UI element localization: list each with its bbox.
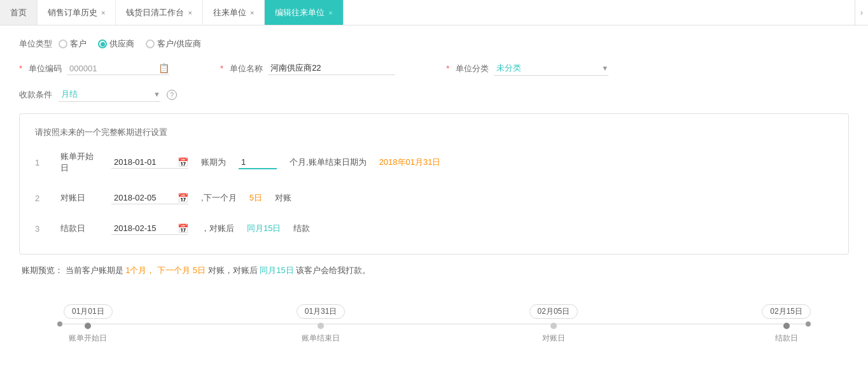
tl-dot-3 <box>550 323 557 329</box>
unit-info-row: * 单位编码 📋 * 单位名称 * 单位分类 未分类 ▼ <box>19 61 849 76</box>
reconcile-date-input-wrap: 📅 <box>111 192 188 204</box>
close-partner-icon[interactable]: × <box>250 9 254 17</box>
payment-select[interactable]: 月结 ▼ <box>59 87 160 102</box>
period-text-3a: ，对账后 <box>201 223 234 234</box>
period-label-2: 对账日 <box>60 192 99 204</box>
period-title: 请按照未来的一个完整帐期进行设置 <box>35 127 833 138</box>
close-edit-partner-icon[interactable]: × <box>328 9 332 17</box>
radio-customer-circle <box>59 39 67 48</box>
period-settings-box: 请按照未来的一个完整帐期进行设置 1 账单开始日 📅 账期为 个月,账单结束日期… <box>19 113 849 255</box>
preview-span2-pre: 下一个月 <box>157 265 190 275</box>
tl-badge-3: 02月05日 <box>529 304 578 319</box>
period-row-1: 1 账单开始日 📅 账期为 个月,账单结束日期为 2018年01月31日 <box>35 151 833 174</box>
unit-name-required: * <box>220 64 223 73</box>
chevron-down-icon: ▼ <box>601 64 608 72</box>
tl-dot-2 <box>318 323 324 329</box>
payment-date-input[interactable] <box>111 222 175 234</box>
unit-type-label: 单位类型 <box>19 38 52 50</box>
close-cash-work-icon[interactable]: × <box>188 9 192 17</box>
tab-cash-work[interactable]: 钱货日清工作台 × <box>116 0 202 25</box>
radio-both[interactable]: 客户/供应商 <box>146 38 201 50</box>
payment-day-highlight: 同月15日 <box>247 223 281 234</box>
period-num-1: 1 <box>35 158 48 167</box>
unit-category-required: * <box>446 64 449 73</box>
timeline-start-dot <box>57 321 62 327</box>
unit-name-group: * 单位名称 <box>220 62 395 75</box>
tl-badge-4: 02月15日 <box>762 304 811 319</box>
payment-label: 收款条件 <box>19 89 52 101</box>
main-content: 单位类型 客户 供应商 客户/供应商 * 单位编码 📋 <box>0 25 868 387</box>
tab-home[interactable]: 首页 <box>0 0 38 25</box>
reconcile-date-input[interactable] <box>111 192 175 204</box>
preview-text-end: 该客户会给我打款。 <box>296 265 370 275</box>
period-text-2: ,下一个月 <box>201 192 237 204</box>
unit-code-required: * <box>19 64 22 73</box>
tab-bar: 首页 销售订单历史 × 钱货日清工作台 × 往来单位 × 编辑往来单位 × › <box>0 0 868 25</box>
unit-name-label: 单位名称 <box>230 63 263 74</box>
payment-date-input-wrap: 📅 <box>111 222 188 235</box>
start-date-calendar-icon[interactable]: 📅 <box>178 157 188 167</box>
reconcile-day-highlight: 5日 <box>249 192 262 204</box>
period-num-3: 3 <box>35 224 48 234</box>
unit-name-input[interactable] <box>268 62 395 75</box>
payment-chevron-icon: ▼ <box>153 90 160 98</box>
period-months-input[interactable] <box>239 156 277 169</box>
tl-dot-1 <box>85 323 91 329</box>
start-date-input[interactable] <box>111 156 175 168</box>
help-icon[interactable]: ? <box>167 90 177 100</box>
payment-value: 月结 <box>59 87 151 101</box>
timeline-node-2: 01月31日 账单结束日 <box>297 304 346 344</box>
timeline-node-4: 02月15日 结款日 <box>762 304 811 344</box>
period-text-2b: 对账 <box>275 192 291 204</box>
tl-label-3: 对账日 <box>542 333 565 344</box>
period-end-date: 2018年01月31日 <box>379 157 441 168</box>
preview-span3: 同月15日 <box>260 265 293 275</box>
start-date-input-wrap: 📅 <box>111 156 188 169</box>
timeline-node-3: 02月05日 对账日 <box>529 304 578 344</box>
timeline-line: 01月01日 账单开始日 01月31日 账单结束日 02月05日 对账日 02月… <box>57 304 811 344</box>
timeline: 01月01日 账单开始日 01月31日 账单结束日 02月05日 对账日 02月… <box>19 292 849 363</box>
tl-label-2: 账单结束日 <box>302 333 340 344</box>
reconcile-date-calendar-icon[interactable]: 📅 <box>178 193 188 203</box>
preview-text: 账期预览： 当前客户账期是 1个月， 下一个月 5日 对账，对账后 同月15日 … <box>19 265 849 276</box>
unit-code-input-wrap: 📋 <box>67 62 169 75</box>
period-text-3b: 结款 <box>293 223 310 234</box>
payment-date-calendar-icon[interactable]: 📅 <box>178 223 188 234</box>
preview-span2: 5日 <box>193 265 206 275</box>
tab-sales-history[interactable]: 销售订单历史 × <box>38 0 116 25</box>
radio-supplier-circle <box>98 39 107 48</box>
period-text-1b: 个月,账单结束日期为 <box>290 157 367 168</box>
tl-label-1: 账单开始日 <box>69 333 107 344</box>
timeline-node-1: 01月01日 账单开始日 <box>64 304 113 344</box>
tl-label-4: 结款日 <box>775 333 798 344</box>
preview-text-mid2: 对账，对账后 <box>208 265 258 275</box>
period-row-2: 2 对账日 📅 ,下一个月 5日 对账 <box>35 192 833 204</box>
unit-code-icon[interactable]: 📋 <box>158 63 169 73</box>
unit-code-group: * 单位编码 📋 <box>19 62 169 75</box>
tab-edit-partner[interactable]: 编辑往来单位 × <box>265 0 343 25</box>
tl-badge-1: 01月01日 <box>64 304 113 319</box>
preview-text-pre: 当前客户账期是 <box>66 265 123 275</box>
period-text-1a: 账期为 <box>201 157 226 168</box>
unit-code-label: 单位编码 <box>29 63 62 74</box>
period-row-3: 3 结款日 📅 ，对账后 同月15日 结款 <box>35 222 833 235</box>
tab-more-arrow[interactable]: › <box>855 0 868 25</box>
unit-type-row: 单位类型 客户 供应商 客户/供应商 <box>19 38 849 50</box>
unit-type-radio-group: 客户 供应商 客户/供应商 <box>59 38 201 50</box>
tl-dot-4 <box>783 323 790 329</box>
period-label-3: 结款日 <box>60 223 99 234</box>
unit-category-label: 单位分类 <box>456 63 489 74</box>
close-sales-history-icon[interactable]: × <box>101 9 105 17</box>
unit-category-select[interactable]: 未分类 ▼ <box>494 61 608 76</box>
timeline-end-dot <box>806 321 811 327</box>
payment-row: 收款条件 月结 ▼ ? <box>19 87 849 102</box>
period-num-2: 2 <box>35 194 48 203</box>
radio-customer[interactable]: 客户 <box>59 38 87 50</box>
radio-both-circle <box>146 39 155 48</box>
unit-code-input[interactable] <box>67 62 156 74</box>
period-label-1: 账单开始日 <box>60 151 99 174</box>
unit-category-value: 未分类 <box>494 61 599 75</box>
radio-supplier[interactable]: 供应商 <box>98 38 134 50</box>
tl-badge-2: 01月31日 <box>297 304 346 319</box>
tab-partner[interactable]: 往来单位 × <box>203 0 265 25</box>
